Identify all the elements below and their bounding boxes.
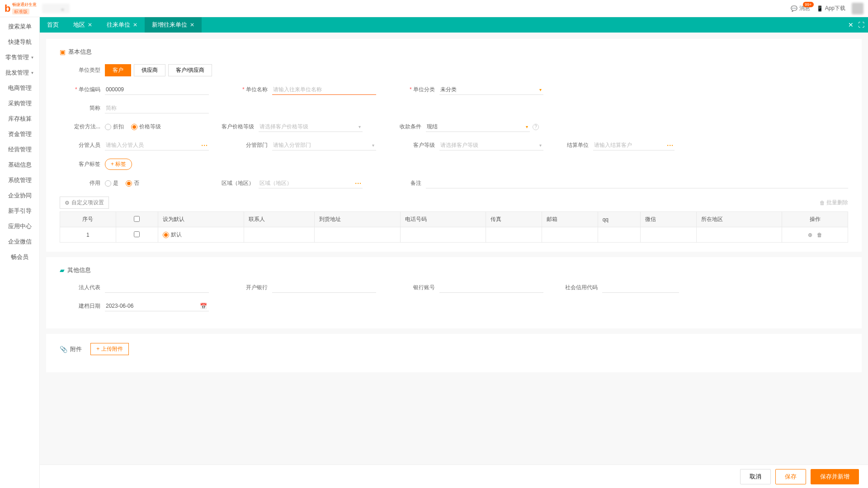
tab-0[interactable]: 首页 — [40, 17, 66, 33]
app-logo: b 畅捷通好生意 标准版 — [5, 2, 37, 15]
chevron-down-icon: ⌄ — [60, 5, 65, 12]
sidebar: 搜索菜单快捷导航零售管理▼批发管理▼电商管理采购管理库存核算资金管理经营管理基础… — [0, 17, 40, 33]
close-icon[interactable]: ✕ — [133, 22, 137, 28]
top-header: b 畅捷通好生意 标准版 ⌄ 💬 消息 99+ 📱 App下载 — [0, 0, 868, 17]
fullscreen-icon[interactable]: ⛶ — [858, 21, 864, 28]
app-download-button[interactable]: 📱 App下载 — [816, 5, 845, 12]
chat-icon: 💬 — [791, 5, 797, 12]
message-badge: 99+ — [803, 2, 813, 7]
close-all-tabs-icon[interactable]: ✕ — [848, 21, 854, 28]
tabs-bar: 首页地区✕往来单位✕新增往来单位✕ ✕ ⛶ — [0, 17, 868, 33]
messages-button[interactable]: 💬 消息 99+ — [791, 5, 810, 12]
tab-1[interactable]: 地区✕ — [66, 17, 99, 33]
close-icon[interactable]: ✕ — [190, 22, 194, 28]
phone-icon: 📱 — [816, 5, 823, 12]
tab-3[interactable]: 新增往来单位✕ — [145, 17, 202, 33]
tab-2[interactable]: 往来单位✕ — [99, 17, 145, 33]
close-icon[interactable]: ✕ — [88, 22, 92, 28]
sidebar-item-0[interactable]: 搜索菜单 — [0, 19, 39, 33]
org-selector[interactable]: ⌄ — [42, 4, 70, 13]
avatar[interactable] — [852, 3, 863, 14]
